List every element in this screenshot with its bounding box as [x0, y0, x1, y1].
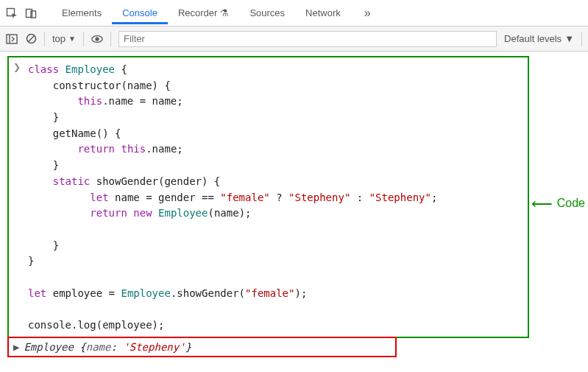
tab-elements[interactable]: Elements: [52, 1, 112, 24]
tab-network[interactable]: Network: [295, 1, 351, 24]
more-tabs-button[interactable]: »: [360, 4, 375, 23]
console-toolbar: top ▼ Default levels ▼: [0, 27, 588, 52]
console-output-line[interactable]: ▶ Employee {name: 'Stepheny'}: [13, 341, 391, 353]
tab-console[interactable]: Console: [112, 1, 168, 24]
live-expression-icon[interactable]: [91, 33, 103, 45]
code-highlight-box: ❯ class Employee { constructor(name) { t…: [7, 56, 529, 338]
sidebar-toggle-icon[interactable]: [6, 33, 18, 45]
tab-recorder[interactable]: Recorder⚗: [168, 1, 239, 24]
console-input-code[interactable]: class Employee { constructor(name) { thi…: [28, 62, 525, 334]
output-prop-key: name: [86, 341, 111, 353]
devtools-tabbar: Elements Console Recorder⚗ Sources Netwo…: [0, 0, 588, 27]
tab-sources[interactable]: Sources: [239, 1, 295, 24]
dropdown-icon: ▼: [564, 33, 574, 44]
filter-input[interactable]: [118, 31, 497, 47]
svg-rect-3: [7, 35, 17, 43]
context-selector[interactable]: top ▼: [52, 33, 76, 44]
prompt-chevron-icon: ❯: [13, 62, 21, 72]
tab-recorder-label: Recorder: [178, 7, 217, 18]
clear-console-icon[interactable]: [25, 33, 37, 45]
svg-line-6: [28, 36, 34, 42]
svg-point-8: [96, 38, 99, 41]
annotation-code: ⟵ Code: [531, 196, 585, 211]
context-label: top: [52, 33, 65, 44]
log-levels-selector[interactable]: Default levels ▼: [504, 33, 574, 44]
output-highlight-box: ▶ Employee {name: 'Stepheny'}: [7, 337, 397, 357]
dropdown-icon: ▼: [68, 35, 76, 43]
console-body: ❯ class Employee { constructor(name) { t…: [0, 52, 588, 357]
inspect-icon[interactable]: [6, 7, 18, 19]
filter-field[interactable]: [118, 31, 497, 47]
annotation-code-label: Code: [557, 197, 585, 210]
separator: [581, 32, 582, 46]
log-levels-label: Default levels: [504, 33, 562, 44]
separator: [83, 32, 84, 46]
output-class-name: Employee: [24, 341, 73, 353]
separator: [110, 32, 111, 46]
arrow-left-icon: ⟵: [531, 196, 553, 211]
device-icon[interactable]: [25, 7, 37, 19]
separator: [44, 32, 45, 46]
flask-icon: ⚗: [220, 7, 229, 18]
output-prop-value: 'Stepheny': [123, 341, 185, 353]
disclosure-triangle-icon[interactable]: ▶: [13, 341, 19, 353]
